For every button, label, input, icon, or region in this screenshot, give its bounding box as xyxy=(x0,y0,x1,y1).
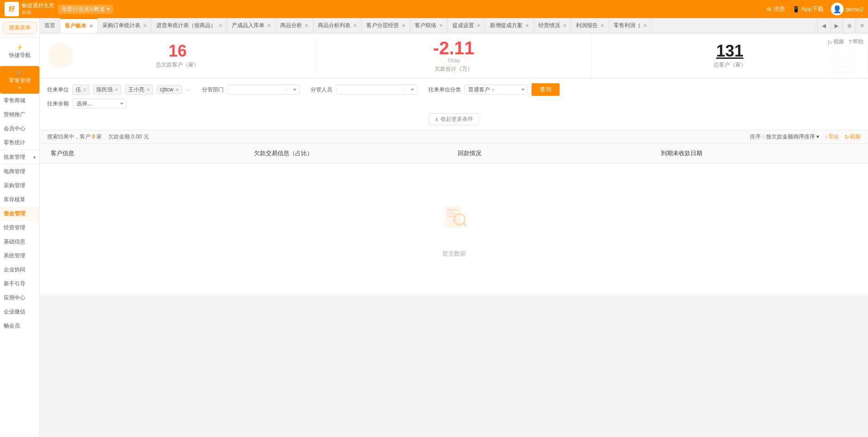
remove-tag-wu[interactable]: ✕ xyxy=(83,87,86,92)
tab-product-analysis-close[interactable]: ✕ xyxy=(305,23,308,28)
tab-promotion-settings[interactable]: 提成设置 ✕ xyxy=(448,18,485,33)
tab-promotion-settings-close[interactable]: ✕ xyxy=(477,23,480,28)
sidebar-item-retail-stats[interactable]: 零售统计 xyxy=(0,136,39,150)
collapse-btn[interactable]: ∧ 收起更多条件 xyxy=(429,113,479,125)
staff-label: 分管人员 xyxy=(311,86,332,94)
user-area[interactable]: 👤 demo2 xyxy=(831,3,863,15)
help-label: 帮助 xyxy=(853,38,863,46)
tab-purchase-orders-close[interactable]: ✕ xyxy=(143,23,147,28)
tab-customers-close[interactable]: ✕ xyxy=(89,24,93,28)
tab-prev-btn[interactable]: ◀ xyxy=(817,18,830,33)
sidebar-item-finance[interactable]: 资金管理 xyxy=(0,207,39,221)
sidebar-item-operations[interactable]: 经营管理 xyxy=(0,221,39,235)
tab-customer-contact[interactable]: 客户联络 ✕ xyxy=(410,18,448,33)
tab-expand-btn[interactable]: ⊕ xyxy=(843,18,855,33)
tab-inbound-stats-close[interactable]: ✕ xyxy=(219,23,222,28)
system-label: 系统管理 xyxy=(4,252,25,260)
export-icon: ↑ xyxy=(825,134,827,140)
tab-profit-report-close[interactable]: ✕ xyxy=(600,23,604,28)
tab-retail-profit[interactable]: 零售利润（ ✕ xyxy=(609,18,652,33)
department-select[interactable] xyxy=(227,85,300,95)
sidebar-item-member[interactable]: 会员中心 xyxy=(0,122,39,136)
quick-nav-area: ⚡ 快捷导航 xyxy=(0,38,39,66)
remove-tag-wang[interactable]: ✕ xyxy=(146,87,150,92)
table-header-customer-info: 客户信息 xyxy=(47,147,250,159)
tab-product-analysis[interactable]: 商品分析 ✕ xyxy=(276,18,313,33)
sidebar-item-retail-mall[interactable]: 零售商城 xyxy=(0,94,39,108)
sidebar-item-new-guide[interactable]: 新手引导 xyxy=(0,277,39,291)
tab-product-inbound[interactable]: 产成品入库单 ✕ xyxy=(227,18,276,33)
sidebar-item-enterprise-collab[interactable]: 企业协同 xyxy=(0,263,39,277)
video-help-btn[interactable]: ▷ 视频 xyxy=(828,38,844,46)
tab-retail-profit-close[interactable]: ✕ xyxy=(643,23,647,28)
export-btn[interactable]: ↑ 导出 xyxy=(825,133,839,141)
new-guide-label: 新手引导 xyxy=(4,280,25,288)
ecommerce-label: 电商管理 xyxy=(4,168,25,176)
remove-tag-cjttcw[interactable]: ✕ xyxy=(175,87,179,92)
tab-inbound-stats[interactable]: 进货单统计表（按商品） ✕ xyxy=(152,18,227,33)
account-dropdown[interactable]: 母婴行业演示帐套 ▾ xyxy=(58,5,113,14)
tab-profit-report[interactable]: 利润报告 ✕ xyxy=(571,18,609,33)
sidebar-item-ecommerce[interactable]: 电商管理 xyxy=(0,165,39,179)
refresh-btn[interactable]: ↻ 刷新 xyxy=(844,133,861,141)
tab-customer-tier-close[interactable]: ✕ xyxy=(402,23,405,28)
sidebar-item-app-center[interactable]: 应用中心 xyxy=(0,291,39,305)
sidebar-search-btn[interactable]: 搜索菜单 xyxy=(3,22,37,34)
tab-product-inbound-close[interactable]: ✕ xyxy=(267,23,271,28)
user-label: demo2 xyxy=(845,6,863,13)
sidebar-item-inventory[interactable]: 库存核算 xyxy=(0,193,39,207)
tab-close-all-btn[interactable]: ✕ xyxy=(855,18,868,33)
sidebar-item-system[interactable]: 系统管理 xyxy=(0,249,39,263)
tab-customers[interactable]: 客户账本 ✕ xyxy=(60,18,98,33)
balance-select[interactable]: 选择... xyxy=(72,99,127,109)
tab-business-status-close[interactable]: ✕ xyxy=(563,23,566,28)
top-bar-right: ✉ 消息 📱 App下载 👤 demo2 xyxy=(767,3,863,15)
remove-tag-chen[interactable]: ✕ xyxy=(115,87,118,92)
sidebar-item-member-vip[interactable]: 畅会员 xyxy=(0,319,39,333)
sidebar-item-quick-nav[interactable]: ⚡ 快捷导航 xyxy=(3,41,37,63)
member-label: 会员中心 xyxy=(4,125,25,133)
category-select[interactable]: 普通客户 xyxy=(465,85,528,95)
staff-select[interactable] xyxy=(336,85,417,95)
logo-sub: 标版 xyxy=(22,9,54,16)
stat-customers-label: 总客户（家） xyxy=(714,61,746,69)
stat-total-customers: ▦ 131 总客户（家） xyxy=(592,38,868,74)
message-btn[interactable]: ✉ 消息 xyxy=(767,5,785,13)
app-download-btn[interactable]: 📱 App下载 xyxy=(792,5,824,13)
tab-new-promotion[interactable]: 新增提成方案 ✕ xyxy=(485,18,534,33)
data-table: 客户信息 欠款交易信息（占比） 回款情况 到期未收款日期 xyxy=(40,144,868,294)
tab-bar: 首页 客户账本 ✕ 采购订单统计表 ✕ 进货单统计表（按商品） ✕ 产成品入库单… xyxy=(40,18,868,33)
tab-customer-tier[interactable]: 客户分层经营 ✕ xyxy=(362,18,410,33)
sidebar-item-purchase[interactable]: 采购管理 xyxy=(0,179,39,193)
avatar: 👤 xyxy=(831,3,844,15)
svg-text:¥: ¥ xyxy=(57,48,64,62)
category-label: 往来单位分类 xyxy=(428,86,461,94)
help-btn[interactable]: ? 帮助 xyxy=(849,38,863,46)
batch-management-group: 批发管理 ▾ xyxy=(0,150,39,165)
sidebar-item-batch[interactable]: 批发管理 ▾ xyxy=(0,150,39,164)
tab-home[interactable]: 首页 xyxy=(40,18,60,33)
tab-product-analysis-list-close[interactable]: ✕ xyxy=(353,23,357,28)
filter-tag-chen: 陈民强 ✕ xyxy=(93,85,121,95)
tab-purchase-orders-label: 采购订单统计表 xyxy=(102,22,140,29)
sidebar-item-basic-info[interactable]: 基础信息 xyxy=(0,235,39,249)
sidebar-item-enterprise-wechat[interactable]: 企业微信 xyxy=(0,305,39,319)
sidebar-item-retail[interactable]: 🛒 零售管理 ▾ xyxy=(0,66,39,94)
sort-select[interactable]: 按欠款金额倒序排序 ▾ xyxy=(766,133,819,140)
tab-business-status[interactable]: 经营情况 ✕ xyxy=(534,18,571,33)
retail-mall-label: 零售商城 xyxy=(4,97,25,104)
sidebar-item-marketing[interactable]: 营销推广 xyxy=(0,108,39,122)
results-bar: 搜索结果中，客户 0 家 欠款金额 0.00 元 排序：按欠款金额倒序排序 ▾ xyxy=(40,130,868,144)
query-btn[interactable]: 查询 xyxy=(532,83,560,96)
tab-customer-contact-close[interactable]: ✕ xyxy=(439,23,443,28)
tab-next-btn[interactable]: ▶ xyxy=(830,18,843,33)
sort-label: 排序：按欠款金额倒序排序 ▾ xyxy=(750,133,819,141)
staff-select-wrap: ··· xyxy=(336,85,417,95)
filter-area: 往来单位 伍 ✕ 陈民强 ✕ 王小亮 ✕ cjttcw xyxy=(40,79,868,130)
tab-purchase-orders[interactable]: 采购订单统计表 ✕ xyxy=(98,18,152,33)
tab-new-promotion-close[interactable]: ✕ xyxy=(525,23,529,28)
tab-product-analysis-list[interactable]: 商品分析列表 ✕ xyxy=(313,18,362,33)
filter-tag-cjttcw: cjttcw ✕ xyxy=(157,85,182,94)
partner-unit-label: 往来单位 xyxy=(47,86,69,94)
filter-more-btn[interactable]: ··· xyxy=(186,86,191,93)
